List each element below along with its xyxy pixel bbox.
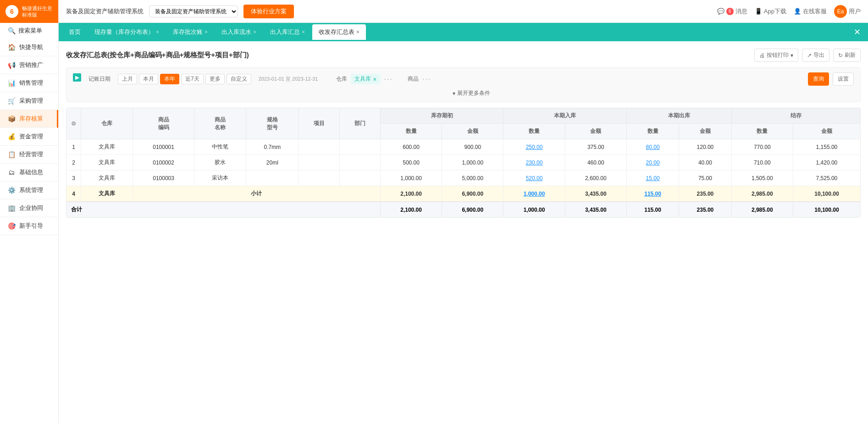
- footer-out-amt: 235.00: [679, 202, 731, 217]
- newbie-icon: 🎯: [7, 222, 16, 230]
- main-area: 装备及固定资产辅助管理系统 装备及固定资产辅助管理系统 体验行业方案 💬 6 消…: [59, 0, 868, 423]
- chevron-icon: ▶: [75, 74, 79, 81]
- header-right: 💬 6 消息 📱 App下载 👤 在线客服 Ea 用户: [717, 5, 861, 18]
- marketing-icon: 📢: [7, 61, 16, 69]
- footer-open-qty: 2,100.00: [380, 202, 442, 217]
- tab-in-out-flow[interactable]: 出入库流水 ×: [215, 24, 263, 40]
- cell-out-qty[interactable]: 80.00: [626, 139, 679, 155]
- th-in-amt: 金额: [565, 124, 626, 139]
- message-group[interactable]: 💬 6 消息: [717, 7, 747, 16]
- date-btn-last-month[interactable]: 上月: [118, 74, 137, 84]
- cell-out-qty[interactable]: 15.00: [626, 170, 679, 186]
- sidebar-header: 6 畅捷通好生意 标准版: [0, 0, 58, 23]
- th-goods-name: 商品名称: [194, 108, 246, 139]
- cell-open-qty: 500.00: [380, 155, 442, 170]
- cell-dept: [339, 139, 380, 155]
- cell-close-amt: 1,155.00: [793, 139, 860, 155]
- cell-in-qty[interactable]: 230.00: [503, 155, 565, 170]
- cell-in-qty[interactable]: 250.00: [503, 139, 565, 155]
- subtotal-out-amt: 235.00: [679, 186, 731, 202]
- cell-goods-code: 0100003: [133, 170, 194, 186]
- date-btn-7days[interactable]: 近7天: [181, 74, 204, 84]
- goods-more[interactable]: ···: [422, 75, 431, 83]
- date-btn-this-year[interactable]: 本年: [160, 74, 179, 84]
- warehouse-tag-close[interactable]: ×: [373, 76, 376, 82]
- tab-close-batch-ledger[interactable]: ×: [205, 29, 208, 35]
- tab-close-inventory-dist[interactable]: ×: [156, 29, 159, 35]
- settings-button[interactable]: 设置: [833, 72, 854, 86]
- tab-close-in-out-summary[interactable]: ×: [302, 29, 305, 35]
- cell-out-amt: 40.00: [679, 155, 731, 170]
- cell-project: [299, 170, 339, 186]
- cell-close-qty: 770.00: [731, 139, 793, 155]
- date-btn-custom[interactable]: 自定义: [227, 74, 251, 84]
- cell-warehouse: 文具库: [81, 139, 133, 155]
- warehouse-more[interactable]: ···: [384, 75, 393, 83]
- page-container: 收发存汇总表(按仓库+商品编码+商品+规格型号+项目+部门) 🖨 按钮打印 ▾ …: [59, 41, 868, 423]
- th-in-qty: 数量: [503, 124, 565, 139]
- cell-goods-code: 0100001: [133, 139, 194, 155]
- app-download-group[interactable]: 📱 App下载: [755, 7, 786, 16]
- sidebar-item-sales[interactable]: 📊 销售管理: [0, 74, 58, 92]
- footer-open-amt: 6,900.00: [442, 202, 503, 217]
- warehouse-filter-label: 仓库: [336, 75, 347, 83]
- subtotal-in-amt: 3,435.00: [565, 186, 626, 202]
- sidebar-item-purchase[interactable]: 🛒 采购管理: [0, 92, 58, 110]
- user-group[interactable]: Ea 用户: [834, 5, 861, 18]
- column-settings-icon[interactable]: ⚙: [71, 121, 76, 127]
- message-label: 消息: [735, 7, 747, 16]
- print-button[interactable]: 🖨 按钮打印 ▾: [754, 49, 798, 62]
- page-header: 收发存汇总表(按仓库+商品编码+商品+规格型号+项目+部门) 🖨 按钮打印 ▾ …: [66, 49, 861, 62]
- th-closing: 结存: [731, 108, 860, 124]
- date-filter-label: 记账日期: [88, 75, 111, 83]
- sidebar-item-system[interactable]: ⚙️ 系统管理: [0, 181, 58, 199]
- sidebar-item-operations[interactable]: 📋 经营管理: [0, 146, 58, 164]
- sidebar-item-finance[interactable]: 💰 资金管理: [0, 128, 58, 146]
- online-service-label: 在线客服: [803, 7, 827, 16]
- footer-close-qty: 2,985.00: [731, 202, 793, 217]
- cell-no: 3: [66, 170, 81, 186]
- sidebar-item-quick-nav[interactable]: 🏠 快捷导航: [0, 38, 58, 56]
- cell-warehouse: 文具库: [81, 170, 133, 186]
- purchase-icon: 🛒: [7, 97, 16, 105]
- export-button[interactable]: ↗ 导出: [802, 49, 829, 62]
- tab-home[interactable]: 首页: [62, 24, 87, 40]
- th-in: 本期入库: [503, 108, 626, 124]
- date-btn-more[interactable]: 更多: [205, 74, 225, 84]
- trial-btn[interactable]: 体验行业方案: [243, 5, 294, 18]
- sales-icon: 📊: [7, 79, 16, 87]
- cell-in-qty[interactable]: 520.00: [503, 170, 565, 186]
- online-service-group[interactable]: 👤 在线客服: [794, 7, 827, 16]
- tab-in-out-summary[interactable]: 出入库汇总 ×: [264, 24, 311, 40]
- chevron-down-icon: ▾: [791, 52, 793, 59]
- cell-out-qty[interactable]: 20.00: [626, 155, 679, 170]
- tab-batch-ledger[interactable]: 库存批次账 ×: [166, 24, 214, 40]
- sidebar-item-marketing[interactable]: 📢 营销推广: [0, 56, 58, 74]
- sidebar-title: 畅捷通好生意 标准版: [22, 5, 52, 18]
- sidebar-logo: 6: [6, 5, 18, 18]
- date-btn-this-month[interactable]: 本月: [139, 74, 158, 84]
- tab-close-in-out-flow[interactable]: ×: [253, 29, 256, 35]
- system-selector[interactable]: 装备及固定资产辅助管理系统: [149, 5, 238, 17]
- cell-close-qty: 1,505.00: [731, 170, 793, 186]
- tab-receive-send-summary[interactable]: 收发存汇总表 ×: [312, 24, 366, 40]
- sidebar-item-search[interactable]: 🔍 搜索菜单: [0, 23, 58, 38]
- tab-inventory-dist[interactable]: 现存量（库存分布表） ×: [88, 24, 166, 40]
- sidebar-item-newbie[interactable]: 🎯 新手引导: [0, 217, 58, 235]
- sidebar-item-basic[interactable]: 🗂 基础信息: [0, 164, 58, 181]
- cell-dept: [339, 155, 380, 170]
- close-all-tabs[interactable]: ✕: [850, 27, 864, 37]
- footer-label: 合计: [66, 202, 380, 217]
- query-button[interactable]: 查询: [808, 72, 829, 86]
- refresh-button[interactable]: ↻ 刷新: [833, 49, 861, 62]
- cell-close-amt: 7,525.00: [793, 170, 860, 186]
- tab-close-receive-send[interactable]: ×: [356, 29, 359, 35]
- sidebar-item-inventory[interactable]: 📦 库存核算: [0, 110, 58, 128]
- cell-goods-spec: 0.7mm: [246, 139, 299, 155]
- subtotal-out-qty: 115.00: [626, 186, 679, 202]
- filter-toggle[interactable]: ▶: [73, 73, 81, 82]
- subtotal-close-qty: 2,985.00: [731, 186, 793, 202]
- sidebar-item-enterprise[interactable]: 🏢 企业协同: [0, 199, 58, 217]
- warehouse-filter: 仓库 文具库 × ···: [336, 74, 393, 84]
- expand-conditions-btn[interactable]: ▾ 展开更多条件: [453, 89, 490, 97]
